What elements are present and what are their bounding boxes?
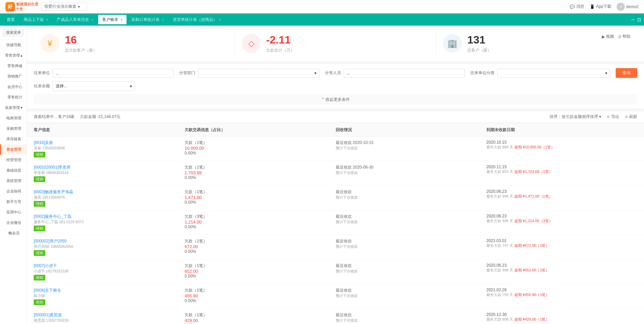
company-select[interactable]: 母婴行业演示账套 ▾ bbox=[41, 2, 87, 11]
tab-minimize-icon[interactable]: ─ bbox=[631, 17, 635, 22]
sidebar-item-capital[interactable]: 资金管理 bbox=[0, 144, 27, 155]
chevron-down-icon: ▾ bbox=[605, 71, 607, 76]
overdue-link-4[interactable]: 超期 ¥672.00（1笔） bbox=[514, 243, 550, 247]
overdue-link-1[interactable]: 超期 ¥1,703.68（1笔） bbox=[514, 170, 553, 174]
logo: 好 畅捷通好生意 牛意 bbox=[5, 2, 38, 11]
total-debt-customers-label: 总欠款客户（家） bbox=[65, 48, 228, 53]
customer-phone-4: 用户2050 18665062050 bbox=[34, 244, 185, 249]
app-download-btn[interactable]: 📱 App下载 bbox=[590, 4, 611, 9]
close-icon[interactable]: × bbox=[219, 18, 221, 22]
customer-name-0[interactable]: [0016]吴俊 bbox=[34, 140, 185, 146]
sidebar-item-system[interactable]: 系统管理 bbox=[0, 176, 27, 186]
expire-info-5: 2020.06.23 最长欠款 998 天 超期 ¥652.00（1笔） bbox=[486, 263, 637, 273]
sidebar-item-ecommerce[interactable]: 电商管理 bbox=[0, 113, 27, 123]
summary-icon-total: 🏢 bbox=[443, 34, 462, 53]
debt-info-2: 欠款（1笔） 1,471.00 0.00% bbox=[185, 189, 335, 205]
sidebar-item-quick-nav[interactable]: 快捷导航 bbox=[0, 40, 27, 50]
sidebar-item-newbie[interactable]: 新手引导 bbox=[0, 197, 27, 207]
overdue-link-2[interactable]: 超期 ¥1,471.00（1笔） bbox=[514, 194, 553, 198]
expire-info-1: 2020.11.15 最长欠款 853 天 超期 ¥1,703.68（1笔） bbox=[486, 165, 637, 174]
tab-product-history[interactable]: 产成品入库单历史 × bbox=[53, 15, 97, 24]
tab-customer-account[interactable]: 客户账本 × bbox=[98, 15, 127, 24]
sidebar-item-app-center[interactable]: 应用中心 bbox=[0, 207, 27, 217]
debt-info-5: 欠款（1笔） 652.00 0.00% bbox=[185, 263, 335, 278]
user-avatar[interactable]: d demo2 bbox=[617, 3, 639, 11]
overdue-link-3[interactable]: 超期 ¥1,214.00（3笔） bbox=[514, 219, 553, 223]
customer-name-1[interactable]: [0001020001]李老师 bbox=[34, 165, 185, 170]
overdue-link-5[interactable]: 超期 ¥652.00（1笔） bbox=[514, 268, 550, 272]
sidebar-item-retail-stats[interactable]: 零售统计 bbox=[0, 92, 27, 102]
col-customer: 客户信息 bbox=[34, 127, 185, 133]
summary-info-total: 131 总客户（家） bbox=[467, 34, 596, 53]
search-button[interactable]: 查询 bbox=[616, 68, 637, 78]
table-row: [0016]吴俊 吴俊 13026203696 现销 欠款（1笔） 10,000… bbox=[27, 137, 644, 161]
message-btn[interactable]: 💬 消息 bbox=[570, 4, 584, 9]
overdue-link-6[interactable]: 超期 ¥455.90（1笔） bbox=[514, 293, 550, 297]
sidebar-item-retail-mgmt[interactable]: 零售管理 ▴ bbox=[0, 50, 27, 61]
filter-select-category[interactable]: ▾ bbox=[497, 69, 610, 78]
customer-phone-6: 陈小帅 bbox=[34, 293, 185, 298]
filter-input-person[interactable]: ... bbox=[344, 69, 465, 78]
sidebar-item-purchase[interactable]: 采购管理 bbox=[0, 123, 27, 134]
sidebar-item-retail-mall[interactable]: 零售商城 bbox=[0, 61, 27, 71]
tab-goods[interactable]: 商品上下架 × bbox=[20, 15, 52, 24]
sidebar-item-batch-mgmt[interactable]: 批发管理 ▾ bbox=[0, 102, 27, 113]
table-row: [0007]小进干 小进干 18279152100 现销 欠款（1笔） 652.… bbox=[27, 260, 644, 284]
customer-phone-7: 黄思源 13552700226 bbox=[34, 318, 185, 323]
close-icon[interactable]: × bbox=[162, 18, 164, 22]
main-content: ¥ 16 总欠款客户（家） ◇ -2.11 欠款合计（万） 🏢 131 总客户（… bbox=[27, 26, 644, 324]
filter-select-balance[interactable]: 选择... ▾ bbox=[53, 81, 135, 91]
refresh-btn[interactable]: ⊙ 刷新 bbox=[625, 114, 637, 120]
sidebar-item-stock[interactable]: 库存核算 bbox=[0, 134, 27, 144]
tab-purchase-stats[interactable]: 进货单统计表（按商品） × bbox=[169, 15, 225, 24]
customer-name-6[interactable]: [0006]去下粮仓 bbox=[34, 288, 185, 293]
close-icon[interactable]: × bbox=[91, 18, 93, 22]
tab-home[interactable]: 首页 bbox=[3, 15, 19, 24]
help-btn[interactable]: ⊙ 帮助 bbox=[618, 34, 631, 39]
top-bar: 好 畅捷通好生意 牛意 母婴行业演示账套 ▾ 💬 消息 📱 App下载 d de… bbox=[0, 0, 644, 13]
search-menu-button[interactable]: 搜索菜单 bbox=[3, 28, 24, 37]
total-debt-amount-label: 欠款合计（万） bbox=[266, 48, 429, 53]
tab-bar: 首页 商品上下架 × 产成品入库单历史 × 客户账本 × 采购订单统计表 × 进… bbox=[0, 13, 644, 26]
tab-expand-icon[interactable]: ⊡ bbox=[637, 17, 641, 22]
sidebar-item-vip-member[interactable]: 畅会员 bbox=[0, 228, 27, 238]
table-row: [0002]服务中心_丁磊 服务中心_丁磊 181 0125 8371 现销 欠… bbox=[27, 210, 644, 235]
customer-phone-0: 吴俊 13026203696 bbox=[34, 146, 185, 151]
tab-purchase-order[interactable]: 采购订单统计表 × bbox=[127, 15, 168, 24]
chevron-down-icon: ▾ bbox=[78, 4, 80, 9]
message-icon: 💬 bbox=[570, 4, 575, 9]
customer-name-5[interactable]: [0007]小进干 bbox=[34, 263, 185, 269]
customer-tag-1: 现销 bbox=[34, 176, 45, 182]
close-icon[interactable]: × bbox=[120, 18, 122, 22]
customer-name-3[interactable]: [0002]服务中心_丁磊 bbox=[34, 214, 185, 219]
table-header: 客户信息 欠款交易信息（占比） 回收情况 到期未收款日期 bbox=[27, 124, 644, 137]
overdue-link-7[interactable]: 超期 ¥429.00（1笔） bbox=[514, 317, 550, 321]
sidebar-item-enterprise[interactable]: 企业协同 bbox=[0, 186, 27, 197]
refresh-icon: ⊙ bbox=[625, 114, 628, 119]
close-icon[interactable]: × bbox=[46, 18, 48, 22]
sidebar-item-ops[interactable]: 经营管理 bbox=[0, 155, 27, 165]
video-btn[interactable]: ▶ 视频 bbox=[602, 34, 614, 39]
col-expire: 到期未收款日期 bbox=[486, 127, 637, 133]
sidebar-item-basic-info[interactable]: 基础信息 bbox=[0, 165, 27, 176]
collapse-more-btn[interactable]: ⌃ 收起更多条件 bbox=[34, 94, 637, 105]
summary-actions: ▶ 视频 ⊙ 帮助 bbox=[602, 34, 631, 39]
app-slogan: 牛意 bbox=[16, 7, 38, 11]
result-bar-right: 排序：按欠款金额倒序排序 ▾ ⊙ 导出 ⊙ 刷新 bbox=[550, 114, 637, 120]
filter-select-dept[interactable]: ▾ bbox=[198, 69, 319, 78]
total-customers: 131 bbox=[467, 34, 596, 46]
expire-info-7: 2020.12.30 最长欠款 808 天 超期 ¥429.00（1笔） bbox=[486, 312, 637, 322]
customer-name-2[interactable]: [0003]畅捷服务尹海蕊 bbox=[34, 189, 185, 195]
export-btn[interactable]: ⊙ 导出 bbox=[607, 114, 619, 120]
debt-info-1: 欠款（1笔） 1,703.68 0.00% bbox=[185, 165, 335, 180]
sidebar-item-member[interactable]: 会员中心 bbox=[0, 82, 27, 92]
summary-icon-money: ¥ bbox=[40, 34, 59, 53]
overdue-link-0[interactable]: 超期 ¥10,000.00（1笔） bbox=[514, 145, 555, 149]
sidebar-item-marketing[interactable]: 营销推广 bbox=[0, 71, 27, 82]
sidebar-item-enterprise-wechat[interactable]: 企业微信 bbox=[0, 217, 27, 228]
filter-input-unit[interactable]: ... bbox=[53, 69, 174, 78]
customer-name-4[interactable]: [000002]用户2050 bbox=[34, 238, 185, 244]
customer-name-7[interactable]: [000001]黄思源 bbox=[34, 312, 185, 318]
table-row: [000001]黄思源 黄思源 13552700226 现销 欠款（1笔） 42… bbox=[27, 309, 644, 324]
total-customers-label: 总客户（家） bbox=[467, 48, 596, 53]
